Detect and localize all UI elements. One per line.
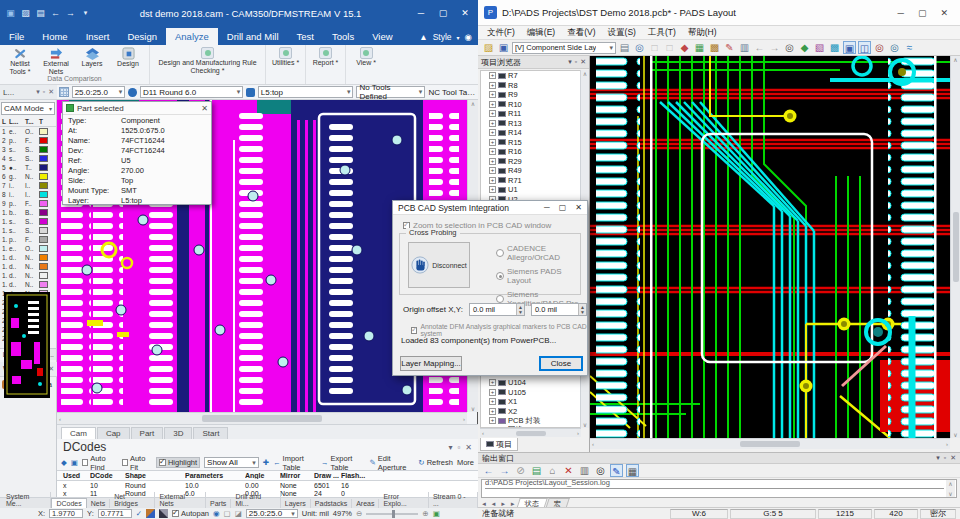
layer-row[interactable]: 7i..I.. xyxy=(0,181,56,190)
add-icon[interactable]: ✚ xyxy=(263,458,269,467)
expand-icon[interactable]: + xyxy=(489,417,496,424)
status-unit[interactable]: 密尔 xyxy=(920,509,956,519)
expand-icon[interactable]: + xyxy=(489,82,496,89)
layer-color-swatch[interactable] xyxy=(39,218,48,225)
tree-item[interactable]: +R8 xyxy=(481,81,580,91)
external-nets-button[interactable]: External Nets xyxy=(38,46,74,75)
layer-color-swatch[interactable] xyxy=(39,164,48,171)
expand-icon[interactable]: + xyxy=(489,186,496,193)
tree-group[interactable]: +PCB 封装 xyxy=(481,416,580,426)
view-button[interactable]: View * xyxy=(348,46,384,84)
tree-item[interactable]: +R7 xyxy=(481,71,580,81)
layer-color-swatch[interactable] xyxy=(39,245,48,252)
board-setup-icon[interactable]: ▤ xyxy=(618,41,631,54)
report-button[interactable]: Report * xyxy=(308,46,343,84)
menu-item[interactable]: 设置(S) xyxy=(603,26,641,40)
image-view-icon[interactable]: ▣ xyxy=(843,41,856,54)
draw-icon[interactable]: ✎ xyxy=(723,41,736,54)
layer-row[interactable]: 1e..O.. xyxy=(0,127,56,136)
layer-color-swatch[interactable] xyxy=(39,281,48,288)
forward-icon[interactable]: → xyxy=(498,464,511,477)
tree-item[interactable]: +U105 xyxy=(481,388,580,398)
expand-icon[interactable]: + xyxy=(489,72,496,79)
expand-icon[interactable]: + xyxy=(489,389,496,396)
layer-color-swatch[interactable] xyxy=(39,263,48,270)
auto-find-checkbox[interactable]: Auto Find xyxy=(82,454,118,472)
bottom-tab[interactable]: Parts xyxy=(206,499,231,508)
tree-item[interactable]: +R29 xyxy=(481,157,580,167)
tree-item[interactable]: +R49 xyxy=(481,166,580,176)
grid-icon[interactable] xyxy=(59,87,69,97)
dcodes-column-header[interactable]: Shape xyxy=(125,472,185,479)
pads-canvas-vscrollbar[interactable]: ∧∨ xyxy=(950,56,960,438)
panel-dropdown-icon[interactable]: ▾ xyxy=(568,58,572,66)
menu-item[interactable]: 帮助(H) xyxy=(683,26,722,40)
tab-test[interactable]: Test xyxy=(288,28,323,45)
open-icon[interactable]: ▨ xyxy=(482,41,495,54)
bottom-tab[interactable]: Error Explo... xyxy=(379,492,428,508)
undo-icon[interactable]: ← xyxy=(50,8,61,18)
ortho-icon[interactable] xyxy=(159,509,168,518)
view-tab-part[interactable]: Part xyxy=(131,427,164,439)
layer-color-swatch[interactable] xyxy=(39,146,48,153)
panel-close-icon[interactable]: ✕ xyxy=(465,443,472,452)
print-icon[interactable]: ▥ xyxy=(578,464,591,477)
expand-icon[interactable]: + xyxy=(489,129,496,136)
output-log[interactable]: d:\PADS Projects\Layout_Session.log ∧∨ xyxy=(481,479,957,498)
output-vscrollbar[interactable]: ∧∨ xyxy=(946,480,955,497)
layers-button[interactable]: Layers xyxy=(74,46,110,75)
origin-y-input[interactable]: 0.0 mil▲▼ xyxy=(531,303,587,316)
zoom-icon[interactable]: ◎ xyxy=(783,41,796,54)
bottom-tab[interactable]: Padstacks xyxy=(311,499,352,508)
layer-row[interactable]: 9p..F.. xyxy=(0,199,56,208)
split-view-icon[interactable]: ◫ xyxy=(858,41,871,54)
design-button[interactable]: Design xyxy=(110,46,146,75)
layer-color-swatch[interactable] xyxy=(39,191,48,198)
layer-color-swatch[interactable] xyxy=(39,137,48,144)
layer-row[interactable]: 1.s..S.. xyxy=(0,226,56,235)
tab-file[interactable]: File xyxy=(0,28,33,45)
layer-row[interactable]: 1.e..O.. xyxy=(0,244,56,253)
autopan-checkbox[interactable]: Autopan xyxy=(172,509,209,518)
open-icon[interactable]: ▨ xyxy=(20,8,31,18)
import-table-button[interactable]: ←Import Table xyxy=(273,454,317,472)
refresh-button[interactable]: ↻Refresh xyxy=(418,458,453,467)
bottom-tab[interactable]: DCodes xyxy=(51,498,86,508)
minimize-button[interactable]: ─ xyxy=(544,203,550,212)
wave-icon[interactable]: ≈ xyxy=(903,41,916,54)
gear-icon[interactable]: ◎ xyxy=(633,41,646,54)
layer-row[interactable]: 4s..S.. xyxy=(0,154,56,163)
close-icon[interactable]: ✕ xyxy=(201,104,208,113)
script-icon[interactable]: ▤ xyxy=(530,464,543,477)
layer-color-swatch[interactable] xyxy=(39,155,48,162)
layer-color-swatch[interactable] xyxy=(39,254,48,261)
panel-close-icon[interactable]: ✕ xyxy=(950,454,956,462)
annotate-checkbox[interactable]: Annotate DFM Analysis graphical markers … xyxy=(411,323,587,337)
panel-close-icon[interactable]: ✕ xyxy=(48,88,54,96)
snap-icon[interactable] xyxy=(146,509,155,518)
zoom-in-icon[interactable]: ⊕ xyxy=(422,509,428,518)
layer-row[interactable]: 1.d..N.. xyxy=(0,280,56,289)
dcodes-column-header[interactable]: Parameters xyxy=(185,472,245,479)
menu-item[interactable]: 文件(F) xyxy=(482,26,520,40)
expand-icon[interactable]: + xyxy=(489,158,496,165)
layer-row[interactable]: 3s..S.. xyxy=(0,145,56,154)
zoom-out-icon[interactable]: ⊖ xyxy=(356,509,362,518)
close-button[interactable]: Close xyxy=(539,356,583,371)
target-icon[interactable]: ◉ xyxy=(213,509,220,518)
cam-mode-combo[interactable]: CAM Mode▾ xyxy=(1,102,55,115)
disabled-icon-2[interactable]: □ xyxy=(663,41,676,54)
panel-dropdown-icon[interactable]: ▾ xyxy=(448,443,452,452)
tree-item[interactable]: +U1 xyxy=(481,185,580,195)
dcodes-column-header[interactable]: Draw ... xyxy=(314,472,341,479)
check-icon[interactable]: ✓ xyxy=(136,509,142,518)
save-icon[interactable]: ▤ xyxy=(35,8,46,18)
tab-drill-and-mill[interactable]: Drill and Mill xyxy=(218,28,288,45)
dcode-combo[interactable]: D11 Round 6.0▾ xyxy=(140,86,243,98)
style-dropdown-icon[interactable]: ▾ xyxy=(457,34,460,41)
expand-icon[interactable]: + xyxy=(489,101,496,108)
pads-canvas[interactable] xyxy=(590,56,950,438)
tree-item[interactable]: +R9 xyxy=(481,90,580,100)
tab-tools[interactable]: Tools xyxy=(323,28,363,45)
view-tab-3d[interactable]: 3D xyxy=(164,427,192,439)
